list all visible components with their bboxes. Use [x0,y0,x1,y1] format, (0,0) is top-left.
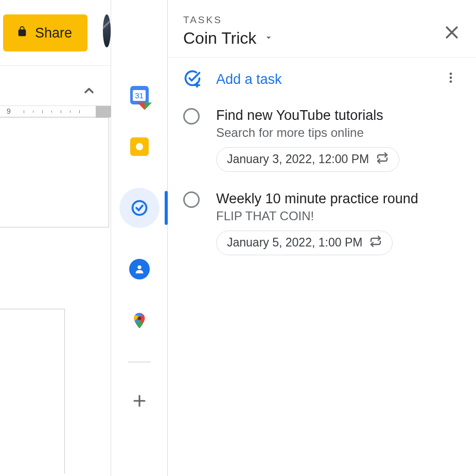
share-button[interactable]: Share [3,14,87,51]
task-item[interactable]: Weekly 10 minute practice round FLIP THA… [183,183,461,267]
tasks-panel: TASKS Coin Trick Add a task Find new You… [168,0,476,476]
list-selector[interactable]: Coin Trick [183,29,461,48]
panel-eyebrow: TASKS [183,14,461,26]
avatar[interactable] [103,14,111,47]
collapse-outline-icon[interactable] [79,80,99,101]
task-date-text: January 3, 2022, 12:00 PM [227,152,369,166]
maps-icon[interactable] [129,310,150,331]
svg-point-1 [137,266,141,269]
document-page[interactable] [0,309,65,473]
svg-point-10 [450,77,452,79]
close-button[interactable] [443,24,461,43]
more-options-button[interactable] [444,71,457,86]
task-complete-toggle[interactable] [183,191,200,208]
task-complete-toggle[interactable] [183,108,200,125]
ruler-number: 9 [7,107,11,115]
share-label: Share [35,25,72,41]
repeat-icon [369,235,382,251]
document-area: Share 9 [0,0,111,476]
contacts-icon[interactable] [129,259,150,279]
ruler: 9 [0,105,111,117]
task-description: FLIP THAT COIN! [216,209,461,223]
task-title: Find new YouTube tutorials [216,107,461,125]
panel-header: TASKS Coin Trick [168,0,476,58]
side-rail: 31 [111,0,168,476]
rail-divider [128,362,151,362]
task-description: Search for more tips online [216,126,461,140]
calendar-day: 31 [133,90,146,101]
task-list: Find new YouTube tutorials Search for mo… [168,100,476,267]
svg-point-2 [137,316,141,320]
calendar-icon[interactable]: 31 [129,85,150,105]
repeat-icon [376,152,389,167]
add-addon-button[interactable] [132,393,147,412]
tasks-icon[interactable] [119,188,160,228]
document-page[interactable] [0,117,109,227]
task-title: Weekly 10 minute practice round [216,190,461,208]
svg-point-9 [450,73,452,75]
keep-icon[interactable] [129,136,150,157]
top-bar: Share [0,0,111,66]
task-date-chip[interactable]: January 5, 2022, 1:00 PM [216,231,393,255]
task-date-text: January 5, 2022, 1:00 PM [227,236,362,250]
task-item[interactable]: Find new YouTube tutorials Search for mo… [183,100,461,183]
panel-title: Coin Trick [183,29,256,48]
lock-icon [16,25,28,42]
chevron-down-icon [263,32,274,45]
add-task-row: Add a task [168,58,476,100]
add-task-button[interactable]: Add a task [216,72,282,87]
task-date-chip[interactable]: January 3, 2022, 12:00 PM [216,147,399,172]
svg-point-11 [450,80,452,83]
add-task-icon [183,69,202,90]
